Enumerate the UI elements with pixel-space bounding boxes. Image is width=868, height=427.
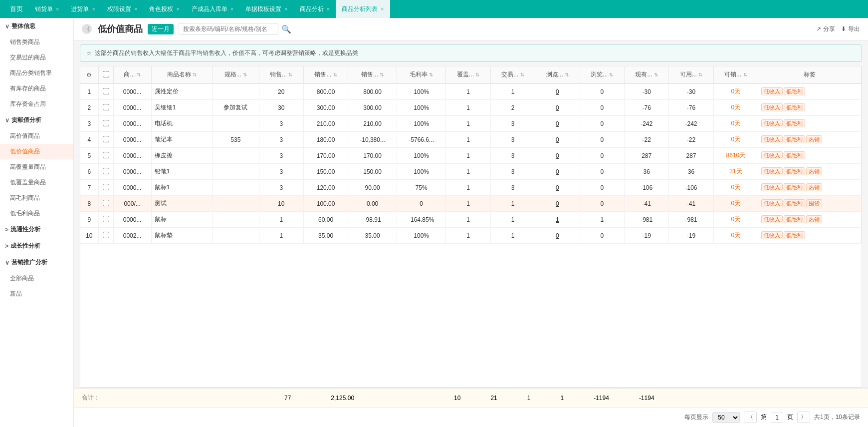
row-checkbox[interactable]: [103, 88, 109, 94]
row-checkbox-cell[interactable]: [98, 196, 113, 212]
row-checkbox[interactable]: [103, 152, 109, 158]
row-checkbox-cell[interactable]: [98, 132, 113, 148]
th-stock2[interactable]: 可用... ⇅: [669, 66, 713, 83]
views-link[interactable]: 0: [556, 136, 559, 143]
row-views1[interactable]: 0: [535, 132, 580, 148]
sidebar-item-new-products[interactable]: 新品: [0, 286, 73, 302]
nav-product-analysis-list[interactable]: 商品分析列表 ×: [336, 0, 390, 18]
row-views1[interactable]: 0: [535, 116, 580, 132]
row-checkbox[interactable]: [103, 104, 109, 110]
next-page-button[interactable]: 〉: [797, 412, 810, 423]
settings-icon[interactable]: ⚙: [86, 71, 92, 78]
views-link[interactable]: 0: [556, 104, 559, 111]
row-views1[interactable]: 0: [535, 164, 580, 180]
search-icon[interactable]: 🔍: [281, 24, 291, 34]
sidebar-item-inventory-fund[interactable]: 库存资金占用: [0, 96, 73, 112]
sidebar-item-all-products[interactable]: 全部商品: [0, 271, 73, 286]
views-link[interactable]: 0: [556, 168, 559, 175]
sidebar-item-high-value[interactable]: 高价值商品: [0, 128, 73, 144]
th-trades[interactable]: 交易... ⇅: [490, 66, 535, 83]
row-checkbox-cell[interactable]: [98, 116, 113, 132]
row-views1[interactable]: 0: [535, 100, 580, 116]
row-checkbox[interactable]: [103, 120, 109, 126]
row-checkbox-cell[interactable]: [98, 180, 113, 196]
nav-permission-setting[interactable]: 权限设置 ×: [101, 0, 143, 18]
nav-product-inbound[interactable]: 产成品入库单 ×: [186, 0, 239, 18]
row-checkbox-cell[interactable]: [98, 164, 113, 180]
close-purchase-order-icon[interactable]: ×: [92, 6, 95, 12]
close-permission-icon[interactable]: ×: [134, 6, 137, 12]
sidebar-item-low-value[interactable]: 低价值商品: [0, 144, 73, 159]
time-filter-button[interactable]: 近一月: [148, 24, 174, 34]
sidebar-group-liquidity[interactable]: > 流通性分析: [0, 221, 73, 238]
th-views1[interactable]: 浏览... ⇅: [535, 66, 580, 83]
row-checkbox-cell[interactable]: [98, 100, 113, 116]
nav-role-auth[interactable]: 角色授权 ×: [143, 0, 185, 18]
select-all-checkbox[interactable]: [103, 71, 109, 77]
nav-sales-order[interactable]: 销货单 ×: [29, 0, 65, 18]
th-sales2[interactable]: 销售... ⇅: [303, 66, 348, 83]
row-views1[interactable]: 0: [535, 83, 580, 100]
row-checkbox[interactable]: [103, 184, 109, 190]
row-views1[interactable]: 1: [535, 212, 580, 228]
close-product-analysis-list-icon[interactable]: ×: [381, 6, 384, 12]
views-link[interactable]: 1: [556, 216, 559, 223]
views-link[interactable]: 0: [556, 232, 559, 239]
row-checkbox[interactable]: [103, 216, 109, 222]
views-link[interactable]: 0: [556, 184, 559, 191]
row-checkbox-cell[interactable]: [98, 228, 113, 244]
th-sales1[interactable]: 销售... ⇅: [259, 66, 303, 83]
th-stock1[interactable]: 现有... ⇅: [624, 66, 668, 83]
row-checkbox-cell[interactable]: [98, 83, 113, 100]
th-code[interactable]: 商... ⇅: [113, 66, 151, 83]
sidebar-item-category-sales-rate[interactable]: 商品分类销售率: [0, 65, 73, 81]
nav-purchase-order[interactable]: 进货单 ×: [65, 0, 101, 18]
close-template-icon[interactable]: ×: [284, 6, 287, 12]
row-checkbox-cell[interactable]: [98, 148, 113, 164]
sidebar-item-high-margin[interactable]: 高毛利商品: [0, 190, 73, 206]
close-product-inbound-icon[interactable]: ×: [230, 6, 233, 12]
nav-home[interactable]: 首页: [4, 0, 29, 18]
export-button[interactable]: ⬇ 导出: [841, 25, 860, 33]
views-link[interactable]: 0: [556, 200, 559, 207]
sidebar-group-contribution[interactable]: ∨ 贡献值分析: [0, 112, 73, 128]
row-checkbox-cell[interactable]: [98, 212, 113, 228]
row-views1[interactable]: 0: [535, 148, 580, 164]
row-checkbox[interactable]: [103, 232, 109, 238]
sidebar-item-low-margin[interactable]: 低毛利商品: [0, 206, 73, 221]
search-input[interactable]: [179, 23, 278, 35]
th-settings[interactable]: ⚙: [80, 66, 98, 83]
close-role-auth-icon[interactable]: ×: [176, 6, 179, 12]
sidebar-group-overall[interactable]: ∨ 整体信息: [0, 18, 73, 34]
th-margin[interactable]: 毛利率 ⇅: [397, 66, 446, 83]
th-coverage[interactable]: 覆盖... ⇅: [446, 66, 490, 83]
sidebar-item-high-coverage[interactable]: 高覆盖量商品: [0, 159, 73, 175]
views-link[interactable]: 0: [556, 152, 559, 159]
row-views1[interactable]: 0: [535, 196, 580, 212]
sidebar-item-in-stock-products[interactable]: 有库存的商品: [0, 81, 73, 96]
prev-page-button[interactable]: 〈: [744, 412, 757, 423]
row-checkbox[interactable]: [103, 136, 109, 142]
th-stock3[interactable]: 可销... ⇅: [713, 66, 758, 83]
row-views1[interactable]: 0: [535, 180, 580, 196]
sidebar-item-low-coverage[interactable]: 低覆盖量商品: [0, 175, 73, 190]
row-checkbox[interactable]: [103, 168, 109, 174]
sidebar-group-growth[interactable]: > 成长性分析: [0, 238, 73, 254]
views-link[interactable]: 0: [556, 88, 559, 95]
nav-template-setting[interactable]: 单据模板设置 ×: [239, 0, 293, 18]
sidebar-group-marketing[interactable]: ∨ 营销推广分析: [0, 254, 73, 271]
views-link[interactable]: 0: [556, 120, 559, 127]
nav-product-analysis[interactable]: 商品分析 ×: [294, 0, 336, 18]
th-name[interactable]: 商品名称 ⇅: [151, 66, 213, 83]
sidebar-item-traded-products[interactable]: 交易过的商品: [0, 50, 73, 65]
row-views1[interactable]: 0: [535, 228, 580, 244]
sidebar-item-sales-products[interactable]: 销售类商品: [0, 34, 73, 50]
close-product-analysis-icon[interactable]: ×: [327, 6, 330, 12]
th-views2[interactable]: 浏览... ⇅: [580, 66, 624, 83]
row-checkbox[interactable]: [103, 200, 109, 206]
close-sales-order-icon[interactable]: ×: [56, 6, 59, 12]
page-size-select[interactable]: 50 100: [712, 412, 740, 423]
collapse-sidebar-button[interactable]: 《: [82, 24, 92, 34]
share-button[interactable]: ↗ 分享: [816, 25, 835, 33]
th-checkbox[interactable]: [98, 66, 113, 83]
